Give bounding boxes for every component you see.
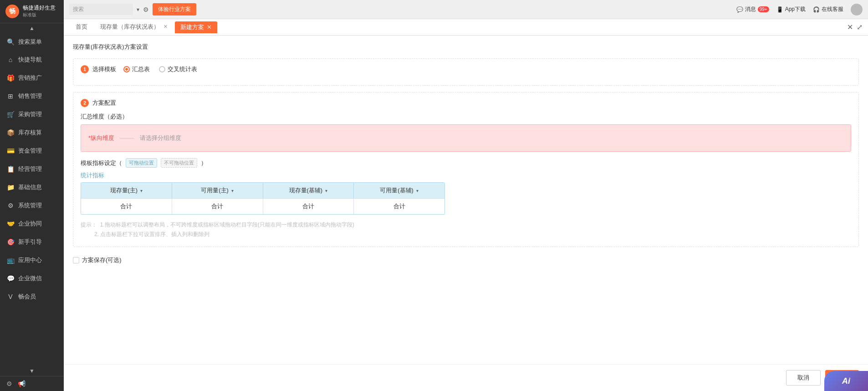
sidebar-item-wechat[interactable]: 💬 企业微信 bbox=[0, 269, 64, 288]
sidebar-item-system[interactable]: ⚙ 系统管理 bbox=[0, 196, 64, 215]
tab-expand-icon[interactable]: ⤢ bbox=[857, 23, 863, 31]
search-icon: 🔍 bbox=[6, 38, 15, 46]
sidebar-logo: 畅 畅捷通好生意 标准版 bbox=[0, 0, 64, 23]
sidebar-item-inventory[interactable]: 📦 库存核算 bbox=[0, 123, 64, 142]
wechat-icon: 💬 bbox=[6, 275, 15, 282]
tab-home[interactable]: 首页 bbox=[69, 19, 94, 36]
col-cell-2: 合计 bbox=[263, 199, 354, 214]
page-content: 现存量(库存状况表)方案设置 1 选择模板 汇总表 交叉统计表 bbox=[64, 36, 868, 364]
tab-home-label: 首页 bbox=[76, 23, 87, 31]
dimension-required: *纵向维度 bbox=[88, 134, 114, 142]
section1-header: 1 选择模板 汇总表 交叉统计表 bbox=[81, 65, 851, 73]
app-name: 畅捷通好生意 bbox=[23, 5, 56, 12]
tab-new-label: 新建方案 bbox=[180, 23, 204, 31]
sidebar-item-purchase[interactable]: 🛒 采购管理 bbox=[0, 105, 64, 123]
sidebar-item-quick-nav[interactable]: ⌂ 快捷导航 bbox=[0, 51, 64, 69]
hints: 提示： 1.拖动标题栏可以调整布局，不可跨维度或指标区域拖动栏目字段(只能在同一… bbox=[81, 221, 851, 238]
stats-table-row: 合计 合计 合计 合计 bbox=[81, 198, 444, 214]
industry-btn[interactable]: 体验行业方案 bbox=[153, 3, 196, 15]
sidebar: 畅 畅捷通好生意 标准版 ▲ 🔍 搜索菜单 ⌂ 快捷导航 🎁 营销推广 ⊞ 销售… bbox=[0, 0, 64, 391]
col-header-2[interactable]: 现存量(基辅) ▾ bbox=[263, 183, 354, 198]
topbar-right: 💬 消息 99+ 📱 App下载 🎧 在线客服 bbox=[736, 4, 863, 15]
sidebar-item-marketing[interactable]: 🎁 营销推广 bbox=[0, 69, 64, 87]
topbar-search[interactable]: 搜索 bbox=[69, 4, 133, 15]
stats-table: 现存量(主) ▾ 可用量(主) ▾ 现存量(基辅) ▾ 可用量(基辅) bbox=[81, 182, 445, 215]
save-scheme[interactable]: 方案保存(可选) bbox=[73, 256, 859, 264]
col-header-1[interactable]: 可用量(主) ▾ bbox=[172, 183, 263, 198]
message-button[interactable]: 💬 消息 99+ bbox=[736, 5, 769, 13]
dimension-label: 汇总维度（必选） bbox=[81, 113, 851, 121]
col-dropdown-3[interactable]: ▾ bbox=[416, 188, 419, 193]
sidebar-scroll-up[interactable]: ▲ bbox=[0, 23, 64, 33]
system-icon: ⚙ bbox=[6, 202, 15, 209]
speaker-icon[interactable]: 📢 bbox=[18, 380, 26, 387]
purchase-icon: 🛒 bbox=[6, 111, 15, 118]
sidebar-bottom: ⚙ 📢 bbox=[0, 376, 64, 391]
sidebar-item-label: 资金管理 bbox=[18, 147, 42, 155]
app-version: 标准版 bbox=[23, 12, 56, 18]
sidebar-scroll-down[interactable]: ▼ bbox=[0, 366, 64, 376]
sidebar-item-vip[interactable]: V 畅会员 bbox=[0, 288, 64, 306]
cancel-button[interactable]: 取消 bbox=[786, 370, 821, 386]
section2-header: 2 方案配置 bbox=[81, 99, 851, 107]
tab-inventory-status[interactable]: 现存量（库存状况表） ✕ bbox=[94, 19, 175, 36]
col-label-2: 现存量(基辅) bbox=[289, 186, 323, 195]
col-header-3[interactable]: 可用量(基辅) ▾ bbox=[354, 183, 444, 198]
tab-new-close[interactable]: ✕ bbox=[207, 24, 212, 31]
page-footer: 取消 查询 bbox=[64, 364, 868, 391]
inventory-icon: 📦 bbox=[6, 129, 15, 136]
basic-info-icon: 📁 bbox=[6, 184, 15, 191]
sidebar-item-label: 经营管理 bbox=[18, 165, 42, 173]
col-dropdown-1[interactable]: ▾ bbox=[231, 188, 234, 193]
stats-section-label: 统计指标 bbox=[81, 171, 851, 180]
main-content: 搜索 ▾ ⚙ 体验行业方案 💬 消息 99+ 📱 App下载 🎧 在线客服 bbox=[64, 0, 868, 391]
tab-minimize-icon[interactable]: ✕ bbox=[847, 23, 853, 31]
sales-icon: ⊞ bbox=[6, 93, 15, 100]
sidebar-item-guide[interactable]: 🎯 新手引导 bbox=[0, 233, 64, 251]
sidebar-item-label: 应用中心 bbox=[18, 256, 42, 264]
radio-cross-circle bbox=[159, 66, 165, 72]
hint1: 提示： 1.拖动标题栏可以调整布局，不可跨维度或指标区域拖动栏目字段(只能在同一… bbox=[81, 221, 851, 229]
save-scheme-checkbox[interactable] bbox=[73, 257, 79, 263]
sidebar-item-finance[interactable]: 💳 资金管理 bbox=[0, 142, 64, 160]
sidebar-search[interactable]: 🔍 搜索菜单 bbox=[0, 33, 64, 51]
marketing-icon: 🎁 bbox=[6, 74, 15, 82]
dimension-box[interactable]: *纵向维度 —— 请选择分组维度 bbox=[81, 124, 851, 152]
col-dropdown-0[interactable]: ▾ bbox=[140, 188, 143, 193]
guide-icon: 🎯 bbox=[6, 238, 15, 246]
sidebar-item-app-center[interactable]: 📺 应用中心 bbox=[0, 251, 64, 269]
app-logo-icon: 畅 bbox=[5, 5, 19, 18]
sidebar-item-cooperation[interactable]: 🤝 企业协同 bbox=[0, 215, 64, 233]
user-avatar[interactable] bbox=[851, 4, 863, 15]
tab-inventory-label: 现存量（库存状况表） bbox=[100, 23, 159, 31]
sidebar-item-label: 营销推广 bbox=[18, 74, 42, 82]
dimension-divider: —— bbox=[120, 134, 134, 142]
topbar-dropdown-icon[interactable]: ▾ bbox=[137, 6, 139, 13]
step1-badge: 1 bbox=[81, 65, 89, 73]
col-header-0[interactable]: 现存量(主) ▾ bbox=[81, 183, 172, 198]
sidebar-item-basic-info[interactable]: 📁 基础信息 bbox=[0, 178, 64, 196]
online-service-button[interactable]: 🎧 在线客服 bbox=[813, 5, 843, 13]
section2-title: 方案配置 bbox=[92, 99, 116, 107]
radio-cross[interactable]: 交叉统计表 bbox=[159, 65, 197, 73]
sidebar-item-sales[interactable]: ⊞ 销售管理 bbox=[0, 87, 64, 105]
radio-summary[interactable]: 汇总表 bbox=[123, 65, 150, 73]
ai-float-button[interactable]: Ai bbox=[824, 371, 868, 391]
sidebar-item-management[interactable]: 📋 经营管理 bbox=[0, 160, 64, 178]
headset-icon: 🎧 bbox=[813, 6, 820, 13]
ai-label: Ai bbox=[842, 376, 850, 386]
tab-inventory-close[interactable]: ✕ bbox=[162, 24, 168, 30]
section1-title: 选择模板 bbox=[92, 65, 116, 73]
message-badge: 99+ bbox=[758, 6, 769, 12]
sidebar-item-label: 新手引导 bbox=[18, 238, 42, 246]
message-icon: 💬 bbox=[736, 6, 743, 13]
settings-icon[interactable]: ⚙ bbox=[6, 380, 12, 387]
app-download-button[interactable]: 📱 App下载 bbox=[776, 5, 806, 13]
finance-icon: 💳 bbox=[6, 147, 15, 154]
sidebar-item-label: 库存核算 bbox=[18, 129, 42, 137]
sidebar-nav: ⌂ 快捷导航 🎁 营销推广 ⊞ 销售管理 🛒 采购管理 📦 库存核算 💳 资金管… bbox=[0, 51, 64, 366]
col-dropdown-2[interactable]: ▾ bbox=[325, 188, 327, 193]
topbar-settings-icon[interactable]: ⚙ bbox=[143, 6, 149, 13]
sidebar-item-label: 快捷导航 bbox=[18, 56, 42, 64]
tab-new-scheme[interactable]: 新建方案 ✕ bbox=[175, 21, 217, 33]
